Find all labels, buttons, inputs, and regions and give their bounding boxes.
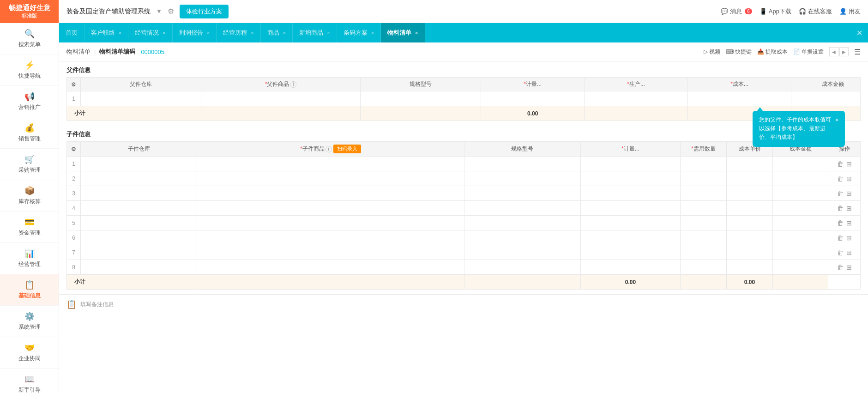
child-cell-unitcost-7[interactable]	[727, 245, 773, 260]
copy-icon-5[interactable]: ⊞	[846, 219, 852, 227]
close-tab-customer[interactable]: ×	[119, 30, 121, 36]
grid-view-icon[interactable]: ☰	[854, 48, 861, 56]
child-cell-unit-3[interactable]	[580, 186, 680, 201]
delete-icon-2[interactable]: 🗑	[837, 175, 844, 182]
child-cell-spec-6[interactable]	[464, 230, 580, 245]
close-tab-newgoods[interactable]: ×	[327, 30, 330, 36]
delete-icon-6[interactable]: 🗑	[837, 234, 844, 242]
child-cell-product-7[interactable]	[197, 245, 464, 260]
tooltip-close-icon[interactable]: ×	[835, 115, 838, 125]
child-cell-warehouse-4[interactable]	[81, 201, 197, 216]
sidebar-item-marketing[interactable]: 📢营销推广	[0, 86, 59, 117]
nav-tab-newgoods[interactable]: 新增商品×	[293, 23, 337, 42]
child-cell-product-8[interactable]	[197, 260, 464, 275]
breadcrumb-list[interactable]: 物料清单	[66, 48, 90, 56]
nav-tab-bom[interactable]: 物料清单×	[381, 23, 425, 42]
sidebar-item-inventory[interactable]: 📦库存核算	[0, 180, 59, 212]
child-cell-spec-4[interactable]	[464, 201, 580, 216]
extract-cost-action[interactable]: 📥 提取成本	[757, 48, 788, 56]
delete-icon-8[interactable]: 🗑	[837, 264, 844, 271]
trial-button[interactable]: 体验行业方案	[180, 5, 229, 18]
child-cell-product-6[interactable]	[197, 230, 464, 245]
sidebar-item-cooperation[interactable]: 🤝企业协同	[0, 337, 59, 369]
child-cell-unit-1[interactable]	[580, 157, 680, 171]
nav-tab-history[interactable]: 经营历程×	[217, 23, 260, 42]
delete-icon-5[interactable]: 🗑	[837, 219, 844, 227]
next-arrow[interactable]: ▶	[839, 47, 849, 56]
copy-icon-4[interactable]: ⊞	[846, 205, 852, 212]
close-tab-history[interactable]: ×	[251, 30, 253, 36]
child-cell-unit-4[interactable]	[580, 201, 680, 216]
parent-cell-cost-1[interactable]	[688, 91, 791, 106]
child-cell-quantity-2[interactable]	[681, 171, 727, 186]
child-cell-product-5[interactable]	[197, 216, 464, 230]
header-dropdown-icon[interactable]: ▼	[156, 8, 162, 15]
child-cell-warehouse-5[interactable]	[81, 216, 197, 230]
child-cell-warehouse-6[interactable]	[81, 230, 197, 245]
bottom-icon[interactable]: 📋	[66, 299, 77, 309]
child-col-settings[interactable]: ⚙	[67, 142, 81, 157]
sidebar-item-guide[interactable]: 📖新手引导	[0, 369, 59, 393]
child-cell-spec-7[interactable]	[464, 245, 580, 260]
header-service[interactable]: 🎧在线客服	[799, 7, 832, 16]
child-cell-quantity-1[interactable]	[681, 157, 727, 171]
child-cell-unit-7[interactable]	[580, 245, 680, 260]
sidebar-item-finance[interactable]: 💳资金管理	[0, 212, 59, 243]
header-message[interactable]: 💬消息6	[721, 7, 752, 16]
child-cell-unit-8[interactable]	[580, 260, 680, 275]
child-cell-warehouse-8[interactable]	[81, 260, 197, 275]
child-cell-quantity-7[interactable]	[681, 245, 727, 260]
prev-arrow[interactable]: ◀	[829, 47, 838, 56]
child-cell-unitcost-5[interactable]	[727, 216, 773, 230]
child-cell-product-2[interactable]	[197, 171, 464, 186]
child-cell-unit-5[interactable]	[580, 216, 680, 230]
child-cell-quantity-3[interactable]	[681, 186, 727, 201]
parent-cell-product-1[interactable]	[201, 91, 360, 106]
copy-icon-3[interactable]: ⊞	[846, 190, 852, 197]
nav-tab-home[interactable]: 首页	[59, 23, 84, 42]
delete-icon-1[interactable]: 🗑	[837, 160, 844, 168]
child-cell-quantity-4[interactable]	[681, 201, 727, 216]
child-cell-spec-8[interactable]	[464, 260, 580, 275]
child-cell-product-4[interactable]	[197, 201, 464, 216]
parent-cell-spec-1[interactable]	[360, 91, 481, 106]
nav-tab-barcode[interactable]: 条码方案×	[337, 23, 381, 42]
copy-icon-1[interactable]: ⊞	[846, 160, 852, 168]
sidebar-item-operations[interactable]: 📊经营管理	[0, 243, 59, 274]
delete-icon-4[interactable]: 🗑	[837, 205, 844, 212]
copy-icon-7[interactable]: ⊞	[846, 249, 852, 256]
child-cell-unit-6[interactable]	[580, 230, 680, 245]
child-cell-unitcost-6[interactable]	[727, 230, 773, 245]
parent-col-settings[interactable]: ⚙	[67, 78, 81, 91]
copy-icon-8[interactable]: ⊞	[846, 264, 852, 271]
child-cell-unitcost-1[interactable]	[727, 157, 773, 171]
child-cell-quantity-5[interactable]	[681, 216, 727, 230]
child-cell-unit-2[interactable]	[580, 171, 680, 186]
scan-input-button[interactable]: 扫码录入	[333, 145, 361, 153]
single-setting-action[interactable]: 📄 单据设置	[793, 48, 824, 56]
child-cell-unitcost-3[interactable]	[727, 186, 773, 201]
nav-tab-operations[interactable]: 经营情况×	[128, 23, 172, 42]
child-cell-product-3[interactable]	[197, 186, 464, 201]
close-tab-profit[interactable]: ×	[207, 30, 210, 36]
parent-cell-unit-1[interactable]	[481, 91, 585, 106]
parent-cell-production-1[interactable]	[585, 91, 688, 106]
child-cell-warehouse-3[interactable]	[81, 186, 197, 201]
child-cell-warehouse-2[interactable]	[81, 171, 197, 186]
sidebar-item-system[interactable]: ⚙️系统管理	[0, 306, 59, 337]
child-cell-unitcost-2[interactable]	[727, 171, 773, 186]
header-user[interactable]: 👤用友	[839, 7, 861, 16]
child-cell-warehouse-1[interactable]	[81, 157, 197, 171]
close-tab-operations[interactable]: ×	[163, 30, 165, 36]
child-cell-quantity-8[interactable]	[681, 260, 727, 275]
sidebar-item-quicknav[interactable]: ⚡快捷导航	[0, 54, 59, 86]
delete-icon-3[interactable]: 🗑	[837, 190, 844, 197]
nav-tab-customer[interactable]: 客户联络×	[84, 23, 128, 42]
video-action[interactable]: ▷ 视频	[704, 48, 720, 56]
child-cell-unitcost-8[interactable]	[727, 260, 773, 275]
close-tab-goods[interactable]: ×	[283, 30, 286, 36]
copy-icon-2[interactable]: ⊞	[846, 175, 852, 182]
child-cell-spec-1[interactable]	[464, 157, 580, 171]
copy-icon-6[interactable]: ⊞	[846, 234, 852, 242]
child-cell-unitcost-4[interactable]	[727, 201, 773, 216]
